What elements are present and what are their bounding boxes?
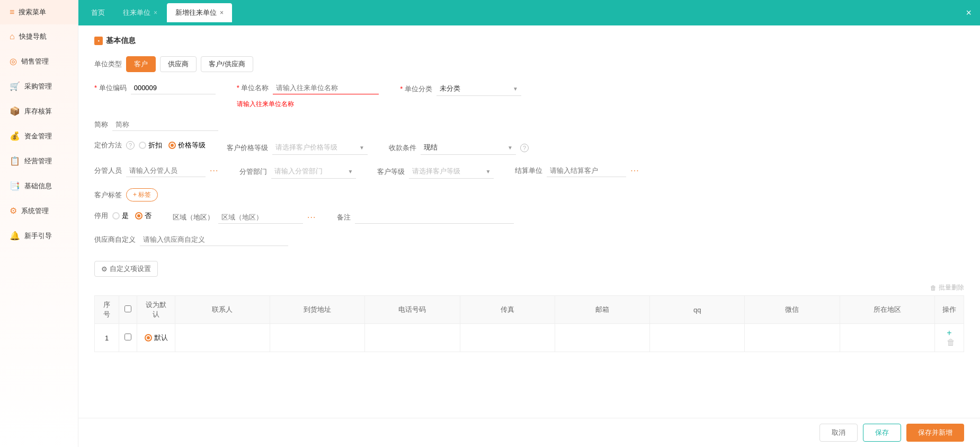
unit-name-input[interactable] (273, 82, 379, 94)
select-all-checkbox[interactable] (124, 305, 131, 312)
row-qq[interactable] (650, 324, 745, 352)
manager-field: 分管人员 ··· (94, 164, 218, 177)
row-address[interactable] (270, 324, 365, 352)
row-email-input[interactable] (560, 334, 644, 342)
customer-level-select[interactable]: 请选择客户等级 ▼ (409, 164, 494, 179)
unit-type-customer[interactable]: 客户 (126, 56, 156, 72)
operation-icon: 📋 (10, 156, 20, 166)
row-qq-input[interactable] (655, 334, 739, 342)
customer-tag-field: 客户标签 + 标签 (94, 188, 158, 201)
region-label: 区域（地区） (173, 213, 214, 222)
save-new-button[interactable]: 保存并新增 (906, 424, 964, 442)
row-checkbox[interactable] (124, 334, 131, 340)
row-wechat[interactable] (745, 324, 840, 352)
table-header-row: 序号 设为默认 联系人 到货地址 电话号码 传真 邮箱 qq 微信 所在地区 操… (95, 296, 964, 324)
sidebar-item-purchase[interactable]: 🛒 采购管理 (0, 74, 78, 99)
custom-settings-button[interactable]: ⚙ 自定义项设置 (94, 261, 158, 277)
unit-type-supplier[interactable]: 供应商 (160, 56, 197, 72)
sidebar-item-sales[interactable]: ◎ 销售管理 (0, 49, 78, 74)
settlement-more-btn[interactable]: ··· (630, 166, 639, 176)
save-button[interactable]: 保存 (863, 424, 901, 442)
batch-delete-button[interactable]: 🗑 批量删除 (930, 283, 964, 292)
short-name-label: 简称 (94, 120, 108, 129)
sidebar-item-basic[interactable]: 📑 基础信息 (0, 173, 78, 198)
disabled-yes-option[interactable]: 是 (112, 211, 129, 221)
sidebar-item-inventory[interactable]: 📦 库存核算 (0, 99, 78, 124)
remarks-input[interactable] (355, 211, 514, 224)
sidebar-item-finance[interactable]: 💰 资金管理 (0, 124, 78, 148)
pricing-level-option[interactable]: 价格等级 (168, 141, 206, 150)
tab-new-partner[interactable]: 新增往来单位 × (167, 3, 232, 22)
code-name-category-row: 单位编码 单位名称 请输入往来单位名称 单位分类 未分类 ▼ (94, 82, 964, 109)
disabled-yes-radio (112, 212, 120, 220)
row-seq: 1 (95, 324, 119, 352)
row-contact[interactable] (175, 324, 270, 352)
manager-input[interactable] (126, 164, 206, 177)
pricing-help-icon[interactable]: ? (126, 141, 135, 150)
sidebar-item-operation[interactable]: 📋 经营管理 (0, 148, 78, 173)
gear-icon: ⚙ (101, 265, 108, 273)
row-default-radio-item[interactable]: 默认 (142, 333, 170, 343)
supplier-custom-field: 供应商自定义 (94, 233, 288, 246)
customer-price-level-select[interactable]: 请选择客户价格等级 ▼ (272, 141, 368, 155)
sidebar-item-system[interactable]: ⚙ 系统管理 (0, 198, 78, 223)
row-email[interactable] (555, 324, 649, 352)
tab-partners-close[interactable]: × (154, 10, 157, 16)
settlement-unit-input[interactable] (547, 164, 626, 177)
row-phone-input[interactable] (370, 334, 454, 342)
department-chevron: ▼ (348, 169, 353, 174)
supplier-custom-input[interactable] (140, 233, 288, 246)
contacts-table: 序号 设为默认 联系人 到货地址 电话号码 传真 邮箱 qq 微信 所在地区 操… (94, 295, 964, 352)
cancel-button[interactable]: 取消 (819, 424, 858, 442)
sidebar: ≡ 搜索菜单 ⌂ 快捷导航 ◎ 销售管理 🛒 采购管理 📦 库存核算 💰 资金管… (0, 0, 78, 447)
region-more-btn[interactable]: ··· (307, 213, 316, 222)
batch-delete-icon: 🗑 (930, 284, 937, 292)
sidebar-item-quicknav[interactable]: ⌂ 快捷导航 (0, 24, 78, 49)
customer-price-level-label: 客户价格等级 (227, 143, 268, 153)
department-select[interactable]: 请输入分管部门 ▼ (271, 164, 356, 179)
short-name-input[interactable] (112, 118, 218, 131)
row-region-input[interactable] (845, 334, 929, 342)
form-content: ▪ 基本信息 单位类型 客户 供应商 客户/供应商 单位编码 单位名称 (78, 25, 980, 418)
tab-home[interactable]: 首页 (83, 3, 113, 22)
section-header: ▪ 基本信息 (94, 36, 964, 46)
unit-name-error: 请输入往来单位名称 (237, 100, 294, 109)
payment-terms-help-icon[interactable]: ? (520, 144, 529, 152)
row-default-radio (145, 334, 152, 341)
pricing-discount-option[interactable]: 折扣 (139, 141, 162, 150)
row-fax-input[interactable] (466, 334, 549, 342)
row-phone[interactable] (365, 324, 460, 352)
add-tag-button[interactable]: + 标签 (126, 188, 158, 201)
row-contact-input[interactable] (181, 334, 264, 342)
search-icon: ≡ (10, 7, 14, 17)
unit-category-select[interactable]: 未分类 ▼ (436, 82, 521, 96)
pricing-row: 定价方法 ? 折扣 价格等级 客户价格等级 请选择客户价格等级 (94, 141, 964, 155)
row-delete-btn[interactable]: 🗑 (947, 338, 955, 347)
tab-new-partner-close[interactable]: × (220, 10, 224, 16)
row-wechat-input[interactable] (750, 334, 834, 342)
system-icon: ⚙ (10, 206, 17, 216)
row-region[interactable] (840, 324, 934, 352)
disabled-region-row: 停用 是 否 区域（地区） ··· 备注 (94, 211, 964, 224)
disabled-no-radio (135, 212, 142, 220)
sidebar-item-search[interactable]: ≡ 搜索菜单 (0, 0, 78, 24)
manager-more-btn[interactable]: ··· (210, 166, 218, 176)
disabled-no-option[interactable]: 否 (135, 211, 152, 221)
region-input[interactable] (218, 211, 303, 224)
unit-code-input[interactable] (131, 82, 216, 94)
col-fax: 传真 (460, 296, 555, 324)
pricing-level-radio (168, 142, 176, 149)
row-fax[interactable] (460, 324, 555, 352)
tab-partners[interactable]: 往来单位 × (114, 3, 166, 22)
unit-type-both[interactable]: 客户/供应商 (201, 56, 253, 72)
payment-terms-select[interactable]: 现结 ▼ (421, 141, 516, 155)
pricing-radio-group: 折扣 价格等级 (139, 141, 206, 150)
row-address-input[interactable] (275, 334, 359, 342)
unit-code-label: 单位编码 (94, 83, 127, 93)
sidebar-item-guide[interactable]: 🔔 新手引导 (0, 223, 78, 248)
row-add-btn[interactable]: + (947, 328, 951, 337)
payment-terms-label: 收款条件 (389, 143, 416, 153)
payment-terms-chevron: ▼ (507, 145, 513, 151)
window-close-button[interactable]: × (961, 5, 976, 21)
col-phone: 电话号码 (365, 296, 460, 324)
